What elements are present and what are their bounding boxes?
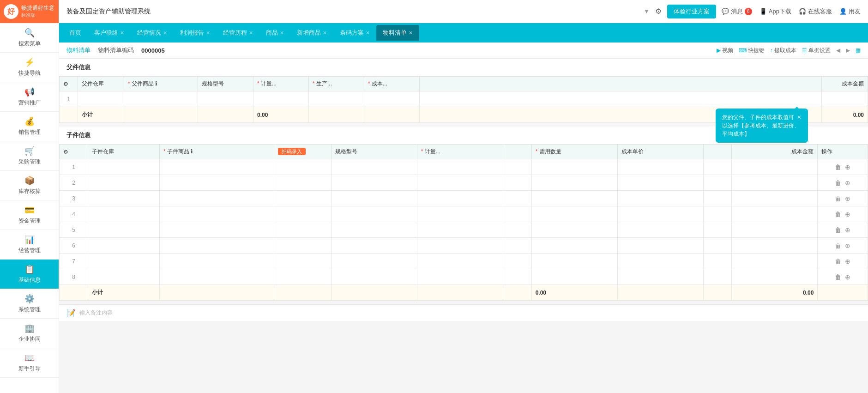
extract-cost-tool[interactable]: ↑ 提取成本 xyxy=(770,47,796,54)
child-row-2-unit[interactable] xyxy=(417,175,503,191)
sidebar-item-inventory[interactable]: 📦库存核算 xyxy=(0,171,59,200)
child-row-1-unit-cost[interactable] xyxy=(617,159,703,175)
nav-tab-0[interactable]: 首页 xyxy=(63,25,88,41)
tab-close-4[interactable]: ✕ xyxy=(249,30,253,36)
expand-icon[interactable]: ▼ xyxy=(644,8,650,15)
nav-tab-8[interactable]: 物料清单✕ xyxy=(376,25,419,41)
sidebar-item-marketing[interactable]: 📢营销推广 xyxy=(0,82,59,112)
parent-col-gear[interactable]: ⚙ xyxy=(60,77,78,91)
child-row-4-qty[interactable] xyxy=(531,206,617,222)
sidebar-item-search[interactable]: 🔍搜索菜单 xyxy=(0,23,59,53)
parent-row-1-cost[interactable] xyxy=(364,91,420,107)
copy-icon-6[interactable]: ⊕ xyxy=(845,242,850,249)
copy-icon-1[interactable]: ⊕ xyxy=(845,163,850,171)
sidebar-item-finance[interactable]: 💳资金管理 xyxy=(0,200,59,230)
child-row-4-unit[interactable] xyxy=(417,206,503,222)
nav-tab-3[interactable]: 利润报告✕ xyxy=(174,25,217,41)
child-row-6-warehouse[interactable] xyxy=(88,238,159,254)
child-row-8-product[interactable] xyxy=(159,269,274,285)
child-row-6-qty[interactable] xyxy=(531,238,617,254)
parent-row-1-warehouse[interactable] xyxy=(78,91,124,107)
child-row-2-qty[interactable] xyxy=(531,175,617,191)
nav-tab-2[interactable]: 经营情况✕ xyxy=(131,25,174,41)
sidebar-item-guide[interactable]: 📖新手引导 xyxy=(0,348,59,378)
tooltip-close-btn[interactable]: ✕ xyxy=(797,113,802,121)
sidebar-item-basic[interactable]: 📋基础信息 xyxy=(0,260,59,289)
delete-icon-4[interactable]: 🗑 xyxy=(835,211,841,218)
child-row-3-product[interactable] xyxy=(159,191,274,206)
delete-icon-6[interactable]: 🗑 xyxy=(835,242,841,249)
child-row-1-product[interactable] xyxy=(159,159,274,175)
sidebar-item-quick-nav[interactable]: ⚡快捷导航 xyxy=(0,53,59,82)
child-row-1-spec[interactable] xyxy=(331,159,417,175)
copy-icon-2[interactable]: ⊕ xyxy=(845,179,850,187)
child-row-7-qty[interactable] xyxy=(531,254,617,269)
parent-row-1-unit[interactable] xyxy=(253,91,309,107)
breadcrumb-link[interactable]: 物料清单 xyxy=(66,47,90,54)
child-col-gear[interactable]: ⚙ xyxy=(60,145,88,159)
nav-tab-5[interactable]: 商品✕ xyxy=(259,25,290,41)
child-row-8-unit[interactable] xyxy=(417,269,503,285)
child-row-3-unit-cost[interactable] xyxy=(617,191,703,206)
child-row-7-warehouse[interactable] xyxy=(88,254,159,269)
child-row-3-warehouse[interactable] xyxy=(88,191,159,206)
delete-icon-1[interactable]: 🗑 xyxy=(835,163,841,171)
delete-icon-8[interactable]: 🗑 xyxy=(835,273,841,281)
child-row-5-qty[interactable] xyxy=(531,222,617,238)
child-row-1-warehouse[interactable] xyxy=(88,159,159,175)
child-row-8-unit-cost[interactable] xyxy=(617,269,703,285)
copy-icon-7[interactable]: ⊕ xyxy=(845,258,850,265)
delete-icon-7[interactable]: 🗑 xyxy=(835,258,841,265)
parent-row-1-product[interactable] xyxy=(124,91,198,107)
child-row-3-qty[interactable] xyxy=(531,191,617,206)
child-row-8-warehouse[interactable] xyxy=(88,269,159,285)
child-row-6-unit[interactable] xyxy=(417,238,503,254)
sidebar-item-system[interactable]: ⚙️系统管理 xyxy=(0,289,59,319)
child-row-7-unit[interactable] xyxy=(417,254,503,269)
single-settings-tool[interactable]: ☰ 单据设置 xyxy=(802,47,831,54)
sidebar-item-purchase[interactable]: 🛒采购管理 xyxy=(0,141,59,171)
nav-tab-6[interactable]: 新增商品✕ xyxy=(290,25,333,41)
child-row-7-spec[interactable] xyxy=(331,254,417,269)
grid-view[interactable]: ▦ xyxy=(856,47,861,54)
tab-close-7[interactable]: ✕ xyxy=(366,30,370,36)
child-row-7-unit-cost[interactable] xyxy=(617,254,703,269)
child-row-5-unit-cost[interactable] xyxy=(617,222,703,238)
shortcut-tool[interactable]: ⌨ 快捷键 xyxy=(739,47,765,54)
child-row-2-spec[interactable] xyxy=(331,175,417,191)
tab-close-3[interactable]: ✕ xyxy=(206,30,210,36)
settings-icon[interactable]: ⚙ xyxy=(655,7,662,16)
nav-tab-7[interactable]: 条码方案✕ xyxy=(333,25,376,41)
child-row-4-spec[interactable] xyxy=(331,206,417,222)
trial-btn[interactable]: 体验行业方案 xyxy=(667,5,716,18)
copy-icon-3[interactable]: ⊕ xyxy=(845,195,850,202)
copy-icon-8[interactable]: ⊕ xyxy=(845,273,850,281)
delete-icon-2[interactable]: 🗑 xyxy=(835,179,841,187)
nav-prev[interactable]: ◀ xyxy=(836,47,840,54)
copy-icon-5[interactable]: ⊕ xyxy=(845,226,850,234)
child-row-6-product[interactable] xyxy=(159,238,274,254)
child-row-8-qty[interactable] xyxy=(531,269,617,285)
child-row-1-unit[interactable] xyxy=(417,159,503,175)
delete-icon-5[interactable]: 🗑 xyxy=(835,226,841,234)
child-row-4-warehouse[interactable] xyxy=(88,206,159,222)
child-row-3-unit[interactable] xyxy=(417,191,503,206)
user-btn[interactable]: 👤 用友 xyxy=(839,7,861,16)
copy-icon-4[interactable]: ⊕ xyxy=(845,211,850,218)
child-row-4-product[interactable] xyxy=(159,206,274,222)
parent-row-1-production[interactable] xyxy=(309,91,364,107)
child-row-5-spec[interactable] xyxy=(331,222,417,238)
tab-close-6[interactable]: ✕ xyxy=(323,30,327,36)
delete-icon-3[interactable]: 🗑 xyxy=(835,195,841,202)
scan-btn[interactable]: 扫码录入 xyxy=(278,148,306,155)
sidebar-item-sales[interactable]: 💰销售管理 xyxy=(0,112,59,141)
child-row-5-product[interactable] xyxy=(159,222,274,238)
child-row-2-product[interactable] xyxy=(159,175,274,191)
tab-close-5[interactable]: ✕ xyxy=(280,30,284,36)
child-row-2-unit-cost[interactable] xyxy=(617,175,703,191)
child-row-4-unit-cost[interactable] xyxy=(617,206,703,222)
bottom-placeholder[interactable]: 输入备注内容 xyxy=(79,309,113,317)
child-row-8-spec[interactable] xyxy=(331,269,417,285)
view-tool[interactable]: ▶ 视频 xyxy=(717,47,733,54)
child-row-1-qty[interactable] xyxy=(531,159,617,175)
